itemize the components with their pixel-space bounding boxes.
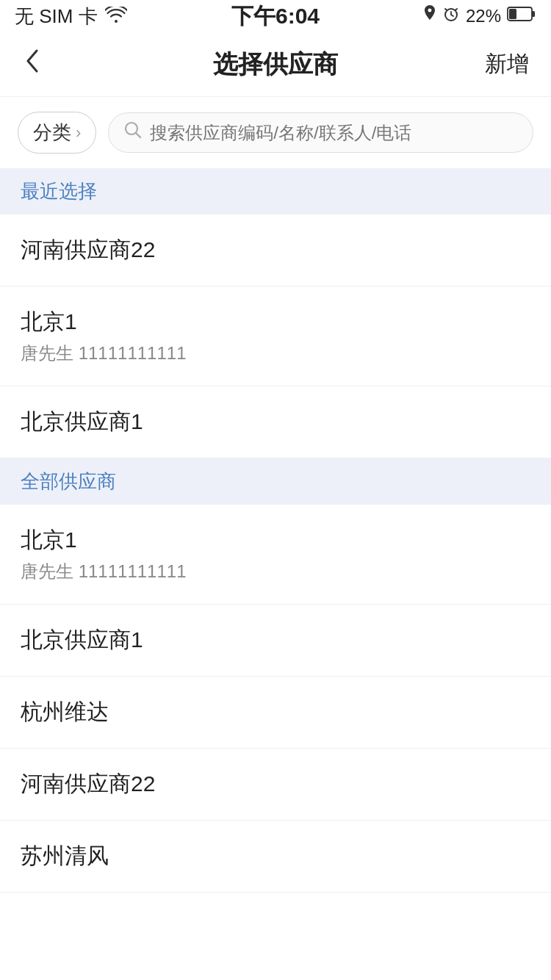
status-left: 无 SIM 卡 bbox=[15, 4, 127, 29]
category-button[interactable]: 分类 › bbox=[18, 112, 96, 154]
search-input[interactable] bbox=[150, 123, 518, 143]
page-title: 选择供应商 bbox=[213, 48, 338, 82]
status-bar: 无 SIM 卡 下午6:04 22% bbox=[0, 0, 551, 32]
all-section-header: 全部供应商 bbox=[0, 458, 551, 505]
svg-rect-2 bbox=[532, 11, 535, 17]
add-button[interactable]: 新增 bbox=[485, 49, 529, 79]
nav-bar: 选择供应商 新增 bbox=[0, 32, 551, 97]
status-right: 22% bbox=[423, 5, 536, 27]
all-section-label: 全部供应商 bbox=[21, 470, 116, 492]
list-item[interactable]: 北京1唐先生 11111111111 bbox=[0, 287, 551, 386]
battery-icon bbox=[507, 6, 536, 26]
list-item[interactable]: 北京供应商1 bbox=[0, 386, 551, 458]
back-button[interactable] bbox=[22, 45, 66, 84]
no-sim-label: 无 SIM 卡 bbox=[15, 4, 98, 29]
battery-percent: 22% bbox=[466, 6, 501, 26]
search-icon bbox=[123, 120, 143, 145]
list-item[interactable]: 杭州维达 bbox=[0, 677, 551, 749]
item-name: 北京1 bbox=[21, 525, 530, 555]
item-name: 北京供应商1 bbox=[21, 625, 530, 655]
wifi-icon bbox=[105, 5, 127, 28]
filter-bar: 分类 › bbox=[0, 97, 551, 168]
chevron-right-icon: › bbox=[76, 123, 81, 143]
list-item[interactable]: 河南供应商22 bbox=[0, 215, 551, 287]
list-item[interactable]: 河南供应商22 bbox=[0, 749, 551, 821]
svg-rect-3 bbox=[509, 9, 516, 19]
item-name: 河南供应商22 bbox=[21, 235, 530, 265]
recent-section-header: 最近选择 bbox=[0, 168, 551, 215]
recent-section-label: 最近选择 bbox=[21, 180, 97, 202]
list-item[interactable]: 北京供应商1 bbox=[0, 605, 551, 677]
item-sub: 唐先生 11111111111 bbox=[21, 560, 530, 583]
recent-items-list: 河南供应商22北京1唐先生 11111111111北京供应商1 bbox=[0, 215, 551, 458]
list-item[interactable]: 北京1唐先生 11111111111 bbox=[0, 505, 551, 605]
item-name: 北京供应商1 bbox=[21, 407, 530, 437]
item-name: 河南供应商22 bbox=[21, 769, 530, 799]
all-items-list: 北京1唐先生 11111111111北京供应商1杭州维达河南供应商22苏州清风 bbox=[0, 505, 551, 893]
search-box bbox=[108, 112, 533, 153]
list-item[interactable]: 苏州清风 bbox=[0, 821, 551, 893]
location-icon bbox=[423, 5, 436, 27]
item-name: 北京1 bbox=[21, 307, 530, 337]
status-time: 下午6:04 bbox=[231, 1, 320, 32]
category-label: 分类 bbox=[33, 120, 71, 145]
item-sub: 唐先生 11111111111 bbox=[21, 342, 530, 365]
item-name: 杭州维达 bbox=[21, 697, 530, 727]
alarm-icon bbox=[442, 5, 460, 27]
item-name: 苏州清风 bbox=[21, 841, 530, 871]
